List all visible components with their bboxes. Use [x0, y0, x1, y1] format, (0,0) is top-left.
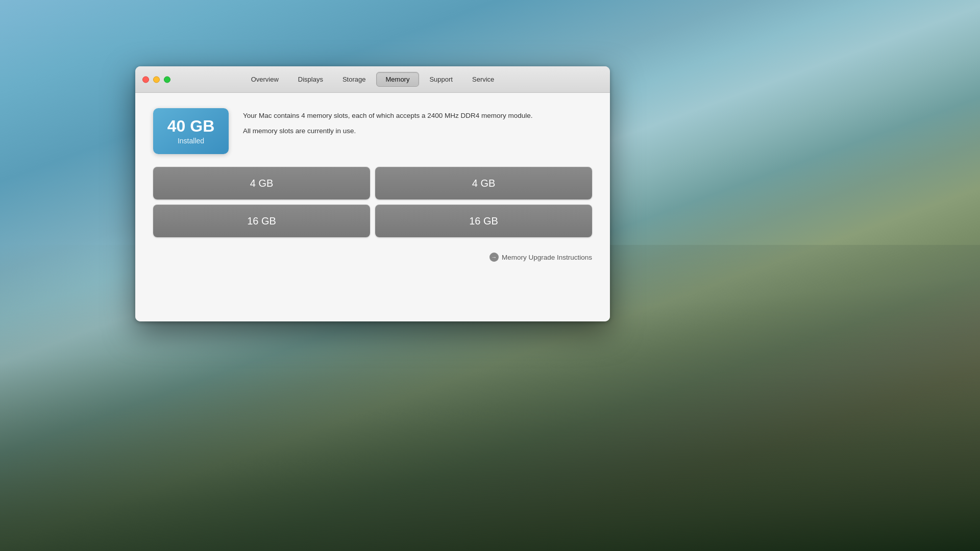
top-section: 40 GB Installed Your Mac contains 4 memo… — [153, 108, 592, 154]
memory-badge: 40 GB Installed — [153, 108, 229, 154]
tab-overview[interactable]: Overview — [242, 72, 288, 86]
traffic-lights — [142, 76, 170, 83]
memory-slots-grid: 4 GB 4 GB 16 GB 16 GB — [153, 167, 592, 237]
close-button[interactable] — [142, 76, 149, 83]
about-this-mac-window: Overview Displays Storage Memory Support… — [135, 66, 610, 321]
tab-storage[interactable]: Storage — [333, 72, 375, 86]
tab-displays[interactable]: Displays — [289, 72, 332, 86]
upgrade-link-label: Memory Upgrade Instructions — [502, 254, 592, 261]
tab-support[interactable]: Support — [420, 72, 462, 86]
memory-slot-1: 4 GB — [153, 167, 370, 199]
memory-slot-2: 4 GB — [375, 167, 592, 199]
memory-amount: 40 GB — [167, 117, 214, 135]
memory-content: 40 GB Installed Your Mac contains 4 memo… — [135, 93, 610, 321]
upgrade-arrow-icon: → — [489, 253, 499, 262]
memory-upgrade-link[interactable]: → Memory Upgrade Instructions — [489, 253, 592, 262]
minimize-button[interactable] — [153, 76, 160, 83]
slots-status: All memory slots are currently in use. — [243, 127, 533, 135]
memory-info: Your Mac contains 4 memory slots, each o… — [243, 108, 533, 135]
tab-bar: Overview Displays Storage Memory Support… — [242, 72, 504, 87]
bottom-link-area: → Memory Upgrade Instructions — [153, 253, 592, 262]
tab-service[interactable]: Service — [463, 72, 503, 86]
tab-memory[interactable]: Memory — [376, 72, 420, 87]
memory-description: Your Mac contains 4 memory slots, each o… — [243, 111, 533, 121]
maximize-button[interactable] — [164, 76, 170, 83]
installed-label: Installed — [178, 137, 204, 145]
title-bar: Overview Displays Storage Memory Support… — [135, 66, 610, 93]
memory-slot-3: 16 GB — [153, 205, 370, 237]
memory-slot-4: 16 GB — [375, 205, 592, 237]
